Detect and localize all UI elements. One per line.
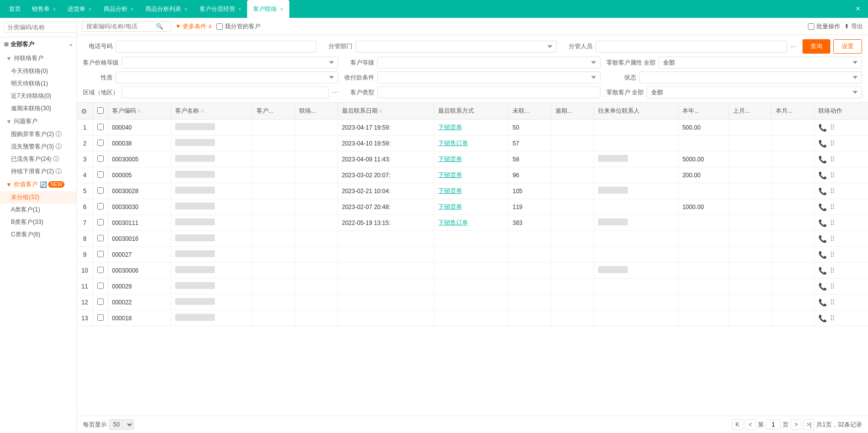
- contact-way-link[interactable]: 下销货单: [438, 171, 462, 178]
- row-checkbox[interactable]: [97, 187, 104, 194]
- sidebar-today-pending[interactable]: 今天待联络(0): [0, 65, 76, 77]
- my-customer-checkbox[interactable]: 我分管的客户: [216, 22, 261, 31]
- filter-dept-select[interactable]: [355, 41, 556, 53]
- th-this-year[interactable]: 本年...: [678, 103, 729, 120]
- call-icon[interactable]: 📞: [818, 314, 827, 322]
- more-action-icon[interactable]: ⠿: [830, 283, 835, 290]
- filter-status-select[interactable]: [639, 72, 862, 83]
- sidebar-churned[interactable]: 已流失客户(24) ⓘ: [0, 153, 76, 165]
- reset-btn[interactable]: 设置: [833, 39, 862, 54]
- nav-product-analysis-close[interactable]: ×: [131, 6, 134, 12]
- contact-way-link[interactable]: 下销货单: [438, 155, 462, 162]
- td-checkbox[interactable]: [93, 136, 108, 151]
- row-checkbox[interactable]: [97, 267, 104, 273]
- sidebar-overdue-pending[interactable]: 逾期未联络(30): [0, 102, 76, 115]
- window-close[interactable]: ×: [852, 3, 864, 15]
- td-last-contact-way[interactable]: 下销售订单: [434, 215, 508, 231]
- more-action-icon[interactable]: ⠿: [830, 235, 835, 243]
- sidebar-c-class[interactable]: C类客户(6): [0, 228, 76, 241]
- td-last-contact-way[interactable]: [434, 231, 508, 247]
- nav-sales[interactable]: 销售单 ×: [26, 0, 62, 18]
- th-contact[interactable]: 联络...: [295, 103, 337, 120]
- contact-way-link[interactable]: 下销售订单: [438, 219, 468, 226]
- td-last-contact-way[interactable]: 下销货单: [434, 199, 508, 215]
- td-checkbox[interactable]: [93, 167, 108, 183]
- row-checkbox[interactable]: [97, 314, 104, 321]
- select-all-checkbox[interactable]: [97, 107, 104, 114]
- td-checkbox[interactable]: [93, 247, 108, 263]
- td-last-contact-way[interactable]: 下销售订单: [434, 136, 508, 151]
- call-icon[interactable]: 📞: [818, 251, 827, 259]
- nav-product-list-close[interactable]: ×: [184, 6, 187, 12]
- th-last-date[interactable]: 最后联系日期: [337, 103, 434, 120]
- call-icon[interactable]: 📞: [818, 235, 827, 243]
- sidebar-tomorrow-pending[interactable]: 明天待联络(1): [0, 77, 76, 90]
- th-type[interactable]: 客户...: [252, 103, 295, 120]
- th-last-month[interactable]: 上月...: [729, 103, 771, 120]
- export-btn[interactable]: ⬆ 导出: [844, 22, 863, 31]
- filter-retail-attr-select[interactable]: 全部: [659, 57, 862, 69]
- sidebar-all-customers[interactable]: ⊞ 全部客户 «: [0, 37, 76, 52]
- more-action-icon[interactable]: ⠿: [830, 124, 835, 132]
- filter-person-more[interactable]: ···: [790, 42, 797, 51]
- sidebar-a-class[interactable]: A类客户(1): [0, 204, 76, 216]
- batch-op-btn[interactable]: 批量操作: [808, 22, 840, 31]
- more-action-icon[interactable]: ⠿: [830, 171, 835, 179]
- td-last-contact-way[interactable]: [434, 247, 508, 263]
- call-icon[interactable]: 📞: [818, 203, 827, 211]
- sidebar-pending-title[interactable]: ▼ 待联络客户: [0, 52, 76, 65]
- filter-customer-type-input[interactable]: [377, 86, 600, 98]
- row-checkbox[interactable]: [97, 203, 104, 210]
- call-icon[interactable]: 📞: [818, 124, 827, 132]
- sidebar-value-title[interactable]: ▼ 价值客户 🔄 NEW: [0, 178, 76, 191]
- td-last-contact-way[interactable]: [434, 279, 508, 294]
- page-size-select[interactable]: 20 50 100: [109, 419, 134, 430]
- sidebar-collapse-icon[interactable]: «: [69, 42, 72, 48]
- prev-page-btn[interactable]: <: [745, 419, 756, 430]
- filter-price-level-select[interactable]: [122, 57, 338, 69]
- next-page-btn[interactable]: >: [791, 419, 801, 430]
- call-icon[interactable]: 📞: [818, 267, 827, 275]
- search-btn[interactable]: 查询: [802, 39, 830, 54]
- row-checkbox[interactable]: [97, 235, 104, 241]
- row-checkbox[interactable]: [97, 298, 104, 305]
- contact-way-link[interactable]: 下销货单: [438, 187, 462, 194]
- more-action-icon[interactable]: ⠿: [830, 187, 835, 195]
- more-action-icon[interactable]: ⠿: [830, 314, 835, 322]
- th-code[interactable]: 客户编码: [108, 103, 171, 120]
- row-checkbox[interactable]: [97, 219, 104, 225]
- nav-product-analysis[interactable]: 商品分析 ×: [98, 0, 139, 18]
- filter-person-input[interactable]: [596, 41, 787, 53]
- filter-retail-select[interactable]: 全部: [647, 86, 862, 98]
- call-icon[interactable]: 📞: [818, 283, 827, 290]
- nav-purchase[interactable]: 进货单 ×: [62, 0, 97, 18]
- row-checkbox[interactable]: [97, 155, 104, 162]
- settings-icon[interactable]: ⚙: [81, 107, 87, 115]
- filter-region-more[interactable]: ···: [332, 88, 338, 97]
- td-checkbox[interactable]: [93, 310, 108, 326]
- row-checkbox[interactable]: [97, 140, 104, 146]
- row-checkbox[interactable]: [97, 124, 104, 130]
- td-checkbox[interactable]: [93, 199, 108, 215]
- td-checkbox[interactable]: [93, 120, 108, 136]
- contact-way-link[interactable]: 下销货单: [438, 124, 462, 131]
- more-action-icon[interactable]: ⠿: [830, 203, 835, 211]
- th-settings[interactable]: ⚙: [77, 103, 93, 120]
- more-filter-btn[interactable]: ▼ 更多条件 ∧: [175, 22, 212, 31]
- td-last-contact-way[interactable]: [434, 294, 508, 310]
- more-action-icon[interactable]: ⠿: [830, 298, 835, 306]
- th-checkbox[interactable]: [93, 103, 108, 120]
- th-last-way[interactable]: 最后联系方式: [434, 103, 508, 120]
- search-input[interactable]: [86, 23, 156, 30]
- sidebar-hoarding-abnormal[interactable]: 囤购异常客户(2) ⓘ: [0, 128, 76, 141]
- row-checkbox[interactable]: [97, 251, 104, 257]
- td-last-contact-way[interactable]: [434, 310, 508, 326]
- td-last-contact-way[interactable]: [434, 263, 508, 279]
- nav-purchase-close[interactable]: ×: [88, 6, 91, 12]
- filter-customer-level-select[interactable]: [377, 57, 600, 69]
- call-icon[interactable]: 📞: [818, 155, 827, 163]
- sidebar-churn-warning[interactable]: 流失预警客户(3) ⓘ: [0, 141, 76, 153]
- th-partner-contact[interactable]: 往来单位联系人: [594, 103, 678, 120]
- nav-customer-contact[interactable]: 客户联络 ×: [247, 0, 289, 18]
- td-last-contact-way[interactable]: 下销货单: [434, 120, 508, 136]
